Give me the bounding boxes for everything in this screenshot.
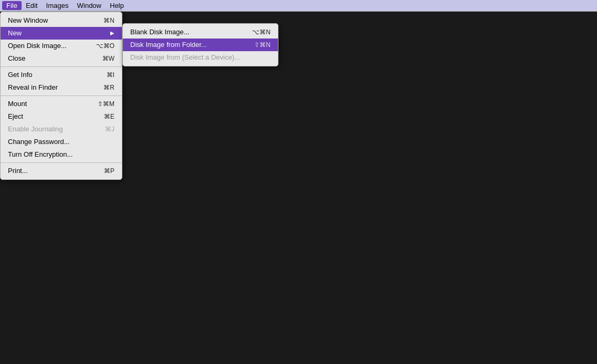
menu-item-open-disk-image[interactable]: Open Disk Image... ⌥⌘O xyxy=(1,40,122,52)
submenu-item-blank-disk-image[interactable]: Blank Disk Image... ⌥⌘N xyxy=(123,26,278,39)
separator-3 xyxy=(1,162,122,163)
menubar-help[interactable]: Help xyxy=(105,1,128,10)
submenu-item-disk-image-from-folder[interactable]: Disk Image from Folder... ⇧⌘N xyxy=(123,39,278,51)
menubar-images[interactable]: Images xyxy=(42,1,73,10)
menubar-edit[interactable]: Edit xyxy=(22,1,42,10)
menubar-window[interactable]: Window xyxy=(73,1,105,10)
menu-item-get-info[interactable]: Get Info ⌘I xyxy=(1,69,122,81)
menubar: File Edit Images Window Help xyxy=(0,0,597,12)
menu-item-change-password[interactable]: Change Password... xyxy=(1,136,122,148)
menu-item-close[interactable]: Close ⌘W xyxy=(1,52,122,65)
menu-item-turn-off-encryption[interactable]: Turn Off Encryption... xyxy=(1,148,122,161)
menu-item-enable-journaling[interactable]: Enable Journaling ⌘J xyxy=(1,123,122,136)
new-submenu: Blank Disk Image... ⌥⌘N Disk Image from … xyxy=(122,23,278,66)
submenu-item-disk-image-from-device[interactable]: Disk Image from (Select a Device)... xyxy=(123,51,278,64)
separator-1 xyxy=(1,66,122,67)
menu-item-new-window[interactable]: New Window ⌘N xyxy=(1,14,122,27)
menubar-file[interactable]: File xyxy=(2,1,22,10)
file-menu: New Window ⌘N New ▶ Open Disk Image... ⌥… xyxy=(0,12,122,180)
menu-item-eject[interactable]: Eject ⌘E xyxy=(1,110,122,123)
menu-item-reveal-in-finder[interactable]: Reveal in Finder ⌘R xyxy=(1,81,122,94)
menu-item-print[interactable]: Print... ⌘P xyxy=(1,165,122,177)
menu-item-new[interactable]: New ▶ xyxy=(1,27,122,40)
separator-2 xyxy=(1,95,122,96)
menu-item-mount[interactable]: Mount ⇧⌘M xyxy=(1,98,122,110)
